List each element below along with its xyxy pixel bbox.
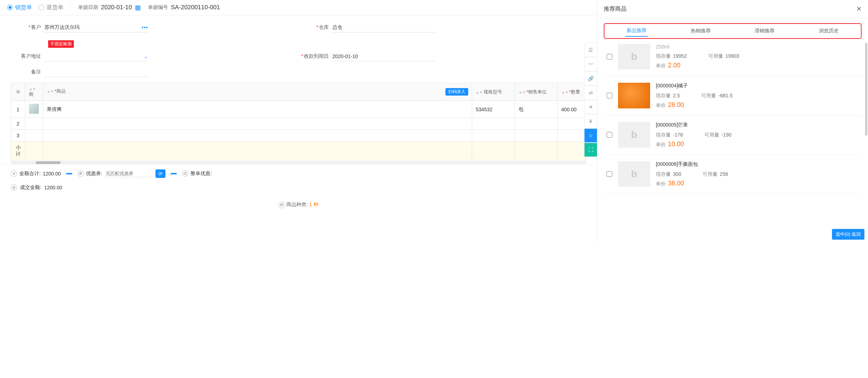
refresh-button[interactable]: ⟳ bbox=[155, 169, 165, 178]
list-icon[interactable]: ☰ bbox=[584, 43, 597, 57]
sum-value: 1200.00 bbox=[43, 171, 61, 177]
chart-icon[interactable]: 〰 bbox=[584, 57, 597, 71]
coupon-icon: 券 bbox=[77, 170, 84, 177]
sort-icon[interactable]: ▲▼ bbox=[519, 91, 526, 93]
order-type-tabs: 销货单 退货单 bbox=[7, 4, 71, 11]
tab-return[interactable]: 退货单 bbox=[39, 4, 63, 11]
due-date-input[interactable]: 2020-01-10 bbox=[332, 51, 436, 61]
customer-select[interactable]: 苏州万达沃尔玛••• bbox=[45, 22, 148, 32]
recommend-list: b 250ml 现存量19952可用量19903 单价2.00 [0000004… bbox=[597, 44, 868, 242]
scan-input-button[interactable]: 扫码录入 bbox=[445, 88, 468, 96]
link-icon[interactable]: 🔗 bbox=[584, 71, 597, 86]
sort-icon[interactable]: ▲▼ bbox=[29, 88, 36, 90]
subtotal-row: 小计 bbox=[11, 142, 586, 160]
final-icon: 金 bbox=[11, 184, 17, 191]
account-period-badge: 不固定账期 bbox=[48, 40, 74, 48]
address-label: 客户地址 bbox=[21, 53, 41, 59]
minus-icon bbox=[170, 173, 177, 174]
kind-icon: 种 bbox=[279, 202, 285, 208]
horizontal-scrollbar[interactable] bbox=[11, 161, 586, 164]
discount-icon: 优 bbox=[182, 170, 188, 177]
tab-sales[interactable]: 销货单 bbox=[7, 4, 32, 11]
sort-icon[interactable]: ▲▼ bbox=[47, 91, 54, 93]
product-image: b bbox=[618, 161, 650, 187]
warehouse-select[interactable]: 总仓 bbox=[332, 22, 436, 32]
remark-input[interactable] bbox=[45, 67, 148, 77]
table-row[interactable]: 3 bbox=[11, 130, 586, 142]
doc-no-value: SA-20200110-001 bbox=[171, 4, 220, 11]
yen-icon: ¥ bbox=[11, 170, 17, 177]
product-kind-label: 商品种类: bbox=[286, 201, 308, 207]
selected-return-button[interactable]: 选中(0) 返回 bbox=[832, 229, 865, 240]
doc-date-label: 单据日期 bbox=[78, 4, 98, 11]
side-toolbar: ☰ 〰 🔗 ⇄ ✕ ¥ ☆ ⛶ bbox=[584, 43, 597, 157]
gear-icon[interactable]: ⚙ bbox=[16, 89, 20, 94]
radio-icon bbox=[39, 5, 44, 10]
recommend-title: 推荐商品 bbox=[604, 5, 627, 13]
sum-label: 金额合计: bbox=[19, 170, 41, 177]
list-item: b [0000005]芒果 现存量-178可用量-190 单价10.00 bbox=[604, 116, 862, 155]
product-image: b bbox=[618, 44, 650, 70]
sort-icon[interactable]: ▲▼ bbox=[476, 91, 483, 93]
tab-slow[interactable]: 滞销推荐 bbox=[753, 26, 776, 36]
coupon-input[interactable] bbox=[104, 170, 150, 177]
item-checkbox[interactable] bbox=[607, 54, 612, 60]
final-amount-value: 1200.00 bbox=[44, 185, 62, 190]
warehouse-label: 仓库 bbox=[319, 24, 329, 30]
tab-new[interactable]: 新品推荐 bbox=[625, 25, 648, 37]
tab-history[interactable]: 浏览历史 bbox=[817, 26, 840, 36]
due-date-label: 收款到期日 bbox=[304, 53, 329, 59]
coupon-label: 优惠券: bbox=[86, 170, 102, 177]
address-select[interactable]: ⌄ bbox=[45, 51, 148, 61]
sort-icon[interactable]: ▲▼ bbox=[561, 91, 568, 93]
doc-no-label: 单据编号 bbox=[148, 4, 168, 11]
more-icon[interactable]: ••• bbox=[142, 25, 148, 30]
tab-hot[interactable]: 热销推荐 bbox=[689, 26, 712, 36]
final-amount-label: 成交金额: bbox=[20, 184, 41, 191]
whole-discount-label: 整单优惠: bbox=[190, 170, 212, 177]
product-image: b bbox=[618, 122, 650, 148]
product-kind-count: 1 bbox=[309, 201, 312, 207]
star-icon[interactable]: ☆ bbox=[584, 128, 597, 143]
minus-icon bbox=[66, 173, 72, 174]
chevron-down-icon: ⌄ bbox=[144, 53, 148, 59]
list-item: [0000004]橘子 现存量2.5可用量-681.5 单价28.00 bbox=[604, 76, 862, 116]
doc-date-value[interactable]: 2020-01-10 bbox=[101, 4, 132, 11]
vertical-scrollbar[interactable] bbox=[865, 43, 867, 136]
item-checkbox[interactable] bbox=[607, 171, 612, 177]
radio-icon bbox=[7, 5, 13, 10]
items-table: ⚙ ▲▼商 ▲▼*商品扫码录入 ▲▼规格型号 ▲▼*销售单位 ▲▼*数量 1果倍… bbox=[11, 83, 586, 164]
remark-label: 备注 bbox=[31, 69, 41, 75]
recommend-tabs: 新品推荐 热销推荐 滞销推荐 浏览历史 bbox=[604, 23, 862, 39]
currency-icon[interactable]: ¥ bbox=[584, 114, 597, 128]
receipt-icon[interactable]: ✕ bbox=[584, 100, 597, 114]
close-icon[interactable]: ✕ bbox=[856, 5, 862, 13]
expand-icon[interactable]: ⛶ bbox=[584, 143, 597, 157]
exchange-icon[interactable]: ⇄ bbox=[584, 86, 597, 100]
customer-label: 客户 bbox=[31, 24, 41, 30]
item-checkbox[interactable] bbox=[607, 132, 612, 138]
calendar-icon[interactable]: ▦ bbox=[135, 4, 141, 11]
product-thumb bbox=[29, 104, 39, 114]
table-row[interactable]: 2 bbox=[11, 118, 586, 130]
product-image bbox=[618, 83, 650, 108]
list-item: b 250ml 现存量19952可用量19903 单价2.00 bbox=[604, 44, 862, 76]
list-item: b [0000006]手撕面包 现存量300可用量256 单价38.00 bbox=[604, 155, 862, 194]
item-checkbox[interactable] bbox=[607, 93, 612, 98]
table-row[interactable]: 1果倍爽534532包400.00 bbox=[11, 101, 586, 118]
